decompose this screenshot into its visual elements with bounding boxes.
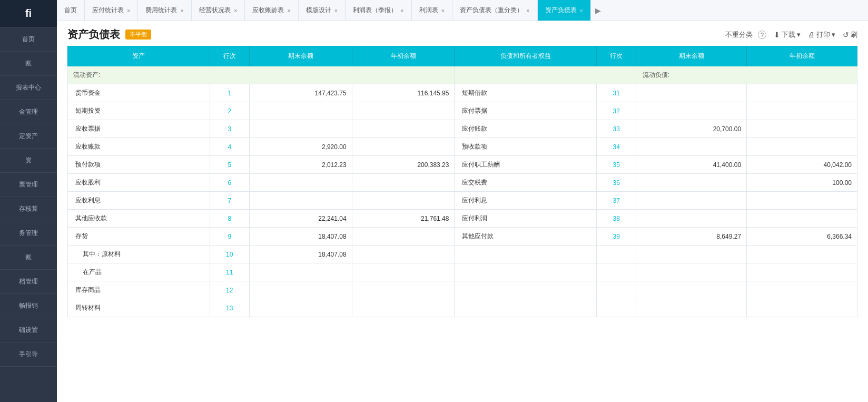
tab-scroll-right-icon[interactable]: ▶ xyxy=(591,6,605,15)
refresh-button[interactable]: ↺ 刷 xyxy=(843,30,857,40)
help-icon[interactable]: ? xyxy=(758,31,766,39)
unbalanced-badge: 不平衡 xyxy=(125,30,151,40)
row-number2: 32 xyxy=(597,102,636,120)
liability-name: 应付账款 xyxy=(455,120,597,138)
sidebar-item-investment[interactable]: 资 xyxy=(0,149,57,173)
sidebar-item-home[interactable]: 首页 xyxy=(0,27,57,52)
tab-profit[interactable]: 利润表 × xyxy=(412,0,452,21)
row-number2: 31 xyxy=(597,84,636,102)
download-chevron-icon: ▾ xyxy=(797,31,801,38)
table-row: 应收股利 6 应交税费 36 100.00 xyxy=(68,174,857,192)
asset-name: 其他应收款 xyxy=(68,210,210,228)
sidebar-item-inventory[interactable]: 存核算 xyxy=(0,197,57,221)
tab-close-icon[interactable]: × xyxy=(441,7,445,14)
tab-bar: 首页 应付统计表 × 费用统计表 × 经营状况表 × 应收账龄表 × 模版设计 … xyxy=(57,0,868,21)
print-button[interactable]: 🖨 打印 ▾ xyxy=(808,30,835,40)
asset-name: 货币资金 xyxy=(68,84,210,102)
row-number2 xyxy=(597,299,636,317)
col-row-num2: 行次 xyxy=(597,46,636,66)
sidebar-item-archive[interactable]: 档管理 xyxy=(0,270,57,294)
liability-name xyxy=(455,263,597,281)
period-end2-value xyxy=(636,102,747,120)
sidebar-item-tax[interactable]: 务管理 xyxy=(0,221,57,246)
row-number: 6 xyxy=(210,174,249,192)
table-row: 应收账款 4 2,920.00 预收款项 34 xyxy=(68,138,857,156)
tab-operations[interactable]: 经营状况表 × xyxy=(192,0,245,21)
tab-receivables-aging[interactable]: 应收账龄表 × xyxy=(245,0,298,21)
sidebar-item-fixed-assets[interactable]: 定资产 xyxy=(0,124,57,149)
row-number: 4 xyxy=(210,138,249,156)
sidebar-item-fund-management[interactable]: 金管理 xyxy=(0,100,57,124)
period-end-value: 18,407.08 xyxy=(249,228,352,246)
tab-close-icon[interactable]: × xyxy=(234,7,237,14)
tab-close-icon[interactable]: × xyxy=(180,7,183,14)
sidebar-item-settings[interactable]: 础设置 xyxy=(0,318,57,342)
tab-close-icon[interactable]: × xyxy=(334,7,338,14)
row-number2: 37 xyxy=(597,192,636,210)
download-icon: ⬇ xyxy=(774,31,780,39)
tab-close-icon[interactable]: × xyxy=(400,7,403,14)
year-start2-value xyxy=(747,246,857,263)
period-end2-value xyxy=(636,263,747,281)
liability-name: 应付票据 xyxy=(455,102,597,120)
period-end-value: 147,423.75 xyxy=(249,84,352,102)
sidebar-item-guide[interactable]: 手引导 xyxy=(0,342,57,367)
classify-toggle[interactable]: 不重分类 ? xyxy=(725,30,766,40)
period-end2-value xyxy=(636,246,747,263)
row-number: 11 xyxy=(210,263,249,281)
section-asset-label: 流动资产: xyxy=(68,66,455,84)
row-number: 9 xyxy=(210,228,249,246)
period-end-value xyxy=(249,120,352,138)
liability-name: 应付职工薪酬 xyxy=(455,156,597,174)
tab-accounts-payable-stat[interactable]: 应付统计表 × xyxy=(85,0,138,21)
year-start2-value xyxy=(747,102,857,120)
table-row: 货币资金 1 147,423.75 116,145.95 短期借款 31 xyxy=(68,84,857,102)
table-container: 资产 行次 期末余额 年初余额 负债和所有者权益 行次 期末余额 年初余额 流动… xyxy=(57,46,868,402)
tab-expense-stat[interactable]: 费用统计表 × xyxy=(138,0,191,21)
period-end-value xyxy=(249,102,352,120)
tab-balance[interactable]: 资产负债表 × xyxy=(538,0,591,21)
year-start-value: 116,145.95 xyxy=(352,84,455,102)
asset-name: 在产品 xyxy=(68,263,210,281)
period-end-value: 18,407.08 xyxy=(249,246,352,263)
year-start-value: 200,383.23 xyxy=(352,156,455,174)
period-end2-value xyxy=(636,281,747,299)
tab-close-icon[interactable]: × xyxy=(580,7,583,14)
col-asset: 资产 xyxy=(68,46,210,66)
sidebar-item-expense[interactable]: 畅报销 xyxy=(0,294,57,318)
liability-name: 应付利息 xyxy=(455,192,597,210)
year-start-value xyxy=(352,228,455,246)
tab-balance-reclassified[interactable]: 资产负债表（重分类） × xyxy=(452,0,537,21)
sidebar-item-account[interactable]: 账 xyxy=(0,52,57,76)
year-start2-value xyxy=(747,120,857,138)
col-row-num: 行次 xyxy=(210,46,249,66)
tab-close-icon[interactable]: × xyxy=(287,7,290,14)
row-number: 3 xyxy=(210,120,249,138)
period-end-value xyxy=(249,263,352,281)
period-end-value xyxy=(249,192,352,210)
period-end-value xyxy=(249,281,352,299)
tab-template-design[interactable]: 模版设计 × xyxy=(299,0,346,21)
liability-name: 应付利润 xyxy=(455,210,597,228)
tab-close-icon[interactable]: × xyxy=(127,7,130,14)
liability-name xyxy=(455,299,597,317)
asset-name: 其中：原材料 xyxy=(68,246,210,263)
year-start2-value: 100.00 xyxy=(747,174,857,192)
year-start2-value xyxy=(747,84,857,102)
period-end-value: 2,920.00 xyxy=(249,138,352,156)
tab-profit-quarterly[interactable]: 利润表（季报） × xyxy=(346,0,411,21)
asset-name: 应收利息 xyxy=(68,192,210,210)
asset-name: 短期投资 xyxy=(68,102,210,120)
sidebar-item-ledger[interactable]: 账 xyxy=(0,246,57,270)
year-start2-value xyxy=(747,281,857,299)
period-end2-value xyxy=(636,138,747,156)
sidebar-item-report-center[interactable]: 报表中心 xyxy=(0,76,57,100)
page-title-area: 资产负债表 不平衡 xyxy=(67,27,151,42)
sidebar-item-bills[interactable]: 票管理 xyxy=(0,173,57,197)
row-number: 10 xyxy=(210,246,249,263)
tab-home[interactable]: 首页 xyxy=(57,0,85,21)
liability-name: 短期借款 xyxy=(455,84,597,102)
tab-close-icon[interactable]: × xyxy=(526,7,529,14)
period-end-value: 2,012.23 xyxy=(249,156,352,174)
download-button[interactable]: ⬇ 下载 ▾ xyxy=(774,30,801,40)
